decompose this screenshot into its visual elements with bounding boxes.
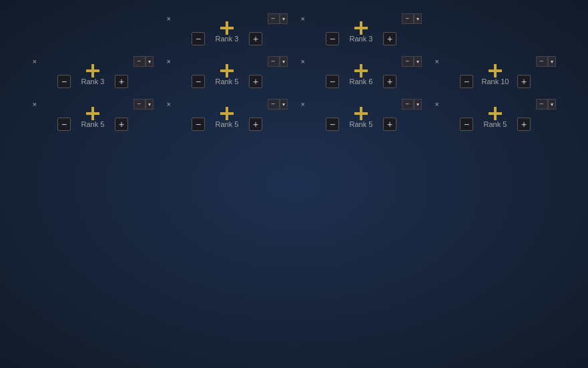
rank-minus-btn-pack-leader[interactable]: − — [192, 118, 205, 131]
mod-close-viral-quills[interactable]: × — [167, 15, 171, 23]
mod-controls-viral-quills: − ▾ — [268, 13, 288, 24]
corner-br-martyr-symbiosis — [354, 21, 362, 29]
rank-plus-btn-viral-quills[interactable]: + — [249, 32, 262, 45]
rank-minus-btn-reinforced-bond[interactable]: − — [326, 118, 339, 131]
corner-br-calculated-redirection — [489, 64, 497, 72]
rank-label-panzer-devolution: Rank 3 — [76, 77, 109, 85]
mod-minus-btn-animal-instinct[interactable]: − — [133, 99, 145, 110]
rank-label-fetch: Rank 5 — [210, 77, 244, 85]
mod-slot-bite: × − ▾ 6 ⬆ ↗ Bite ★★★★★★★★★★ − Rank 6 + — [300, 56, 423, 88]
rank-plus-btn-martyr-symbiosis[interactable]: + — [383, 32, 396, 45]
mod-slot-pack-leader: × − ▾ 5 ⬆ Pack Leader ★★★★★★★★★★ − Rank … — [166, 99, 289, 131]
mod-slot-calculated-redirection: × − ▾ 10 ▼ ↗ Calculated Redirection ★★★★… — [434, 56, 557, 88]
mod-card-fetch[interactable]: 5 ▶ Fetch ★★★★★★★★★★ — [226, 69, 228, 72]
rank-plus-btn-pack-leader[interactable]: + — [249, 118, 262, 131]
mod-card-martyr-symbiosis[interactable]: 3 ▶ Martyr Symbiosis ★★★★★ — [360, 27, 362, 29]
mod-minus-btn-calculated-redirection[interactable]: − — [536, 56, 548, 67]
rank-plus-btn-bite[interactable]: + — [383, 75, 396, 88]
mod-dropdown-btn-martyr-symbiosis[interactable]: ▾ — [414, 13, 422, 24]
mod-minus-btn-pack-leader[interactable]: − — [268, 99, 280, 110]
mod-grid: × − ▾ 3 ▶ Viral Quills ★★★★★ − Rank 3 + … — [0, 0, 588, 144]
mod-close-animal-instinct[interactable]: × — [33, 101, 37, 108]
mod-dropdown-btn-pack-leader[interactable]: ▾ — [280, 99, 288, 110]
mod-card-pack-leader[interactable]: 5 ⬆ Pack Leader ★★★★★★★★★★ — [226, 112, 228, 115]
rank-label-tenacious-bond: Rank 5 — [479, 120, 512, 128]
mod-minus-btn-bite[interactable]: − — [402, 56, 414, 67]
mod-controls-panzer-devolution: − ▾ — [133, 56, 154, 67]
mod-controls-bite: − ▾ — [402, 56, 422, 67]
mod-minus-btn-fetch[interactable]: − — [268, 56, 280, 67]
rank-minus-btn-martyr-symbiosis[interactable]: − — [326, 32, 339, 45]
mod-controls-calculated-redirection: − ▾ — [536, 56, 556, 67]
mod-controls-fetch: − ▾ — [268, 56, 288, 67]
rank-plus-btn-tenacious-bond[interactable]: + — [517, 118, 531, 131]
rank-plus-btn-panzer-devolution[interactable]: + — [115, 75, 128, 88]
corner-br-viral-quills — [220, 21, 228, 29]
mod-dropdown-btn-reinforced-bond[interactable]: ▾ — [414, 99, 422, 110]
rank-minus-btn-fetch[interactable]: − — [192, 75, 205, 88]
rank-plus-btn-reinforced-bond[interactable]: + — [383, 118, 396, 131]
corner-br-reinforced-bond — [354, 107, 362, 115]
rank-plus-btn-fetch[interactable]: + — [249, 75, 262, 88]
rank-minus-btn-bite[interactable]: − — [326, 75, 339, 88]
mod-row-3: × − ▾ 5 ▶ ↗ Animal Instinct ★★★★★ − Rank… — [31, 99, 557, 131]
mod-slot-viral-quills: × − ▾ 3 ▶ Viral Quills ★★★★★ − Rank 3 + — [166, 13, 289, 45]
corner-br-bite — [354, 64, 362, 72]
mod-row-1: × − ▾ 3 ▶ Viral Quills ★★★★★ − Rank 3 + … — [166, 13, 423, 45]
mod-dropdown-btn-fetch[interactable]: ▾ — [280, 56, 288, 67]
mod-controls-animal-instinct: − ▾ — [133, 99, 154, 110]
corner-br-animal-instinct — [86, 107, 94, 115]
mod-dropdown-btn-bite[interactable]: ▾ — [414, 56, 422, 67]
mod-close-pack-leader[interactable]: × — [167, 101, 171, 108]
rank-label-pack-leader: Rank 5 — [210, 120, 244, 128]
rank-minus-btn-animal-instinct[interactable]: − — [57, 118, 71, 131]
mod-controls-reinforced-bond: − ▾ — [402, 99, 422, 110]
mod-controls-martyr-symbiosis: − ▾ — [402, 13, 422, 24]
mod-close-martyr-symbiosis[interactable]: × — [301, 15, 305, 23]
mod-dropdown-btn-panzer-devolution[interactable]: ▾ — [145, 56, 154, 67]
mod-close-reinforced-bond[interactable]: × — [301, 101, 305, 108]
rank-plus-btn-calculated-redirection[interactable]: + — [517, 75, 531, 88]
mod-card-panzer-devolution[interactable]: 3 ▶ Panzer Devolution ★★★★★★★★★★ — [91, 69, 94, 72]
mod-minus-btn-panzer-devolution[interactable]: − — [133, 56, 145, 67]
mod-minus-btn-reinforced-bond[interactable]: − — [402, 99, 414, 110]
rank-minus-btn-tenacious-bond[interactable]: − — [460, 118, 473, 131]
mod-card-reinforced-bond[interactable]: 5 ▶ Reinforced Bond ★★★★★★★★★★ — [360, 112, 362, 115]
mod-close-calculated-redirection[interactable]: × — [435, 58, 439, 65]
mod-slot-panzer-devolution: × − ▾ 3 ▶ Panzer Devolution ★★★★★★★★★★ −… — [31, 56, 155, 88]
corner-br-fetch — [220, 64, 228, 72]
mod-slot-animal-instinct: × − ▾ 5 ▶ ↗ Animal Instinct ★★★★★ − Rank… — [31, 99, 155, 131]
corner-br-panzer-devolution — [86, 64, 94, 72]
mod-card-bite[interactable]: 6 ⬆ ↗ Bite ★★★★★★★★★★ — [360, 69, 362, 72]
rank-plus-btn-animal-instinct[interactable]: + — [115, 118, 128, 131]
mod-controls-pack-leader: − ▾ — [268, 99, 288, 110]
mod-card-calculated-redirection[interactable]: 10 ▼ ↗ Calculated Redirection ★★★★★★★★★★ — [494, 69, 497, 72]
mod-card-animal-instinct[interactable]: 5 ▶ ↗ Animal Instinct ★★★★★ — [91, 112, 94, 115]
mod-close-panzer-devolution[interactable]: × — [33, 58, 37, 65]
mod-slot-tenacious-bond: × − ▾ 5 ▼ ↗ Tenacious Bond ★★★★★★★★★★ − … — [434, 99, 557, 131]
mod-dropdown-btn-tenacious-bond[interactable]: ▾ — [548, 99, 556, 110]
mod-minus-btn-tenacious-bond[interactable]: − — [536, 99, 548, 110]
mod-dropdown-btn-viral-quills[interactable]: ▾ — [280, 13, 288, 24]
rank-label-martyr-symbiosis: Rank 3 — [344, 35, 378, 43]
rank-label-reinforced-bond: Rank 5 — [344, 120, 378, 128]
rank-minus-btn-panzer-devolution[interactable]: − — [57, 75, 71, 88]
rank-label-viral-quills: Rank 3 — [210, 35, 244, 43]
mod-close-bite[interactable]: × — [301, 58, 305, 65]
mod-slot-reinforced-bond: × − ▾ 5 ▶ Reinforced Bond ★★★★★★★★★★ − R… — [300, 99, 423, 131]
mod-close-tenacious-bond[interactable]: × — [435, 101, 439, 108]
mod-controls-tenacious-bond: − ▾ — [536, 99, 556, 110]
mod-close-fetch[interactable]: × — [167, 58, 171, 65]
mod-dropdown-btn-calculated-redirection[interactable]: ▾ — [548, 56, 556, 67]
mod-dropdown-btn-animal-instinct[interactable]: ▾ — [145, 99, 154, 110]
rank-minus-btn-calculated-redirection[interactable]: − — [460, 75, 473, 88]
mod-card-viral-quills[interactable]: 3 ▶ Viral Quills ★★★★★ — [226, 27, 228, 29]
mod-minus-btn-viral-quills[interactable]: − — [268, 13, 280, 24]
rank-minus-btn-viral-quills[interactable]: − — [192, 32, 205, 45]
mod-slot-martyr-symbiosis: × − ▾ 3 ▶ Martyr Symbiosis ★★★★★ − Rank … — [300, 13, 423, 45]
mod-minus-btn-martyr-symbiosis[interactable]: − — [402, 13, 414, 24]
corner-br-tenacious-bond — [489, 107, 497, 115]
mod-slot-fetch: × − ▾ 5 ▶ Fetch ★★★★★★★★★★ − Rank 5 + — [166, 56, 289, 88]
rank-label-animal-instinct: Rank 5 — [76, 120, 109, 128]
mod-card-tenacious-bond[interactable]: 5 ▼ ↗ Tenacious Bond ★★★★★★★★★★ — [494, 112, 497, 115]
